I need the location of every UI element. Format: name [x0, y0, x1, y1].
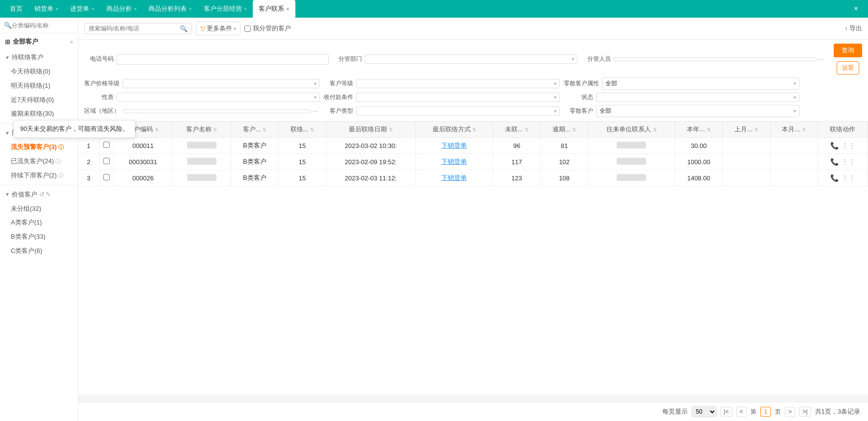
region-dots-icon[interactable]: ··· [311, 107, 320, 115]
customer-type-select[interactable]: ▾ [356, 106, 559, 116]
td-method-1[interactable]: 下销货单 [415, 154, 493, 170]
sidebar-item-churn-warning[interactable]: 流失预警客户(3) ⓘ [0, 140, 78, 154]
last-page-button[interactable]: >| [799, 407, 811, 417]
sidebar-group-value[interactable]: ▼ 价值客户 ↺ ✎ [0, 187, 78, 202]
nature-select[interactable]: ▾ [117, 93, 320, 102]
phone-action-icon-0[interactable]: 📞 [830, 142, 839, 149]
sparse-customer-select[interactable]: 全部 ▾ [596, 105, 799, 117]
edit-icon[interactable]: ✎ [46, 191, 51, 198]
next-page-button[interactable]: > [785, 407, 795, 417]
more-action-icon-0[interactable]: ⋮⋮ [842, 142, 855, 149]
td-checkbox-0[interactable] [99, 138, 114, 154]
arrow-problem-icon: ▼ [5, 130, 10, 136]
sort-this-month-icon[interactable]: ⇅ [802, 127, 806, 132]
td-checkbox-2[interactable] [99, 170, 114, 186]
close-sales-order-icon[interactable]: × [55, 0, 58, 18]
close-purchase-order-icon[interactable]: × [91, 0, 94, 18]
sort-contact-person-icon[interactable]: ⇅ [653, 127, 657, 132]
refresh-icon[interactable]: ↺ [39, 191, 45, 198]
method-link-0[interactable]: 下销货单 [441, 142, 467, 149]
td-type-1: B类客户 [231, 154, 278, 170]
sort-this-year-icon[interactable]: ⇅ [707, 127, 711, 132]
payment-select[interactable]: ▾ [356, 93, 559, 102]
td-name-blurred-2 [187, 174, 217, 181]
region-select[interactable] [122, 109, 311, 113]
sidebar-item-churned[interactable]: 已流失客户(24) ⓘ [0, 154, 78, 169]
method-link-1[interactable]: 下销货单 [441, 158, 467, 165]
status-select[interactable]: ▾ [596, 93, 799, 102]
customer-level-select[interactable]: ▾ [356, 79, 559, 88]
sidebar-item-b-class[interactable]: B类客户(33) [0, 230, 78, 244]
table-row: 2 00030031 B类客户 15 2023-02-09 19:52: 下销货… [78, 154, 868, 170]
price-level-select[interactable]: ▾ [122, 79, 320, 88]
td-method-2[interactable]: 下销货单 [415, 170, 493, 186]
export-button[interactable]: ↑ 导出 [845, 24, 863, 33]
first-page-button[interactable]: |< [721, 407, 732, 417]
sidebar-search-input[interactable] [12, 22, 78, 29]
nav-product-analysis[interactable]: 商品分析 × [100, 0, 143, 18]
sidebar-item-a-class[interactable]: A类客户(1) [0, 216, 78, 230]
phone-action-icon-2[interactable]: 📞 [830, 174, 839, 182]
close-product-analysis-list-icon[interactable]: × [189, 0, 192, 18]
status-label: 状态 [564, 93, 593, 101]
nav-product-analysis-list[interactable]: 商品分析列表 × [143, 0, 197, 18]
my-customer-checkbox-group[interactable]: 我分管的客户 [244, 24, 291, 33]
sidebar-item-today[interactable]: 今天待联络(0) [0, 65, 78, 79]
per-page-select[interactable]: 50 100 200 [692, 406, 717, 417]
sort-code-icon[interactable]: ⇅ [155, 127, 159, 132]
sidebar-item-c-class[interactable]: C类客户(6) [0, 244, 78, 258]
toolbar-search[interactable]: 🔍 [84, 23, 192, 34]
more-filter-button[interactable]: ▽ 更多条件 ▾ [196, 22, 241, 35]
close-customer-contact-icon[interactable]: × [286, 0, 289, 18]
toolbar: 🔍 ▽ 更多条件 ▾ 我分管的客户 ↑ 导出 [78, 18, 868, 40]
sidebar-item-declining[interactable]: 持续下滑客户(2) ⓘ [0, 169, 78, 183]
sidebar-item-tomorrow[interactable]: 明天待联络(1) [0, 79, 78, 93]
sidebar-search-bar[interactable]: 🔍 [0, 18, 78, 33]
nav-customer-segment[interactable]: 客户分层经营 × [198, 0, 253, 18]
person-dots-icon[interactable]: ··· [817, 55, 826, 63]
method-link-2[interactable]: 下销货单 [441, 174, 467, 181]
td-person-blurred-0 [617, 142, 646, 149]
td-checkbox-1[interactable] [99, 154, 114, 170]
more-action-icon-1[interactable]: ⋮⋮ [842, 158, 855, 166]
search-icon[interactable]: 🔍 [180, 25, 188, 32]
close-customer-segment-icon[interactable]: × [244, 0, 247, 18]
my-customer-checkbox[interactable] [244, 25, 251, 32]
phone-action-icon-1[interactable]: 📞 [830, 158, 839, 166]
td-method-0[interactable]: 下销货单 [415, 138, 493, 154]
sort-method-icon[interactable]: ⇅ [472, 127, 476, 132]
sidebar-item-overdue[interactable]: 逾期未联络(30) [0, 107, 78, 121]
more-action-icon-2[interactable]: ⋮⋮ [842, 174, 855, 182]
row-checkbox-0[interactable] [103, 142, 110, 148]
nav-purchase-order[interactable]: 进货单 × [64, 0, 100, 18]
search-input[interactable] [89, 25, 180, 32]
prev-page-button[interactable]: < [736, 407, 747, 417]
action-icons-2: 📞 ⋮⋮ [822, 174, 864, 182]
horizontal-scrollbar[interactable] [78, 395, 868, 402]
sort-last-month-icon[interactable]: ⇅ [754, 127, 758, 132]
sort-contact-icon[interactable]: ⇅ [310, 127, 314, 132]
sidebar-group-pending[interactable]: ▼ 待联络客户 [0, 50, 78, 65]
row-checkbox-2[interactable] [103, 174, 110, 180]
dept-select[interactable]: ▾ [365, 54, 577, 64]
sort-type-icon[interactable]: ⇅ [263, 127, 266, 132]
sidebar-item-7days[interactable]: 近7天待联络(0) [0, 93, 78, 107]
nav-customer-contact[interactable]: 客户联系 × [253, 0, 295, 18]
close-product-analysis-icon[interactable]: × [134, 0, 137, 18]
window-close-button[interactable]: × [848, 4, 864, 13]
phone-input[interactable] [117, 54, 329, 65]
nav-sales-order[interactable]: 销货单 × [28, 0, 64, 18]
sort-overdue-icon[interactable]: ⇅ [572, 127, 576, 132]
row-checkbox-1[interactable] [103, 158, 110, 164]
sort-date-icon[interactable]: ⇅ [389, 127, 393, 132]
sort-name-icon[interactable]: ⇅ [213, 127, 217, 132]
query-button[interactable]: 查询 [834, 44, 862, 57]
person-select[interactable] [614, 57, 817, 61]
sidebar-item-ungrouped[interactable]: 未分组(32) [0, 202, 78, 216]
nav-home[interactable]: 首页 [4, 0, 28, 18]
sort-no-contact-icon[interactable]: ⇅ [525, 127, 529, 132]
sidebar-all-customers[interactable]: ⊞ 全部客户 « [0, 33, 78, 50]
sparse-attr-select[interactable]: 全部 ▾ [602, 77, 799, 90]
settings-button[interactable]: 设置 [837, 61, 859, 74]
sparse-customer-value: 全部 [600, 107, 611, 115]
